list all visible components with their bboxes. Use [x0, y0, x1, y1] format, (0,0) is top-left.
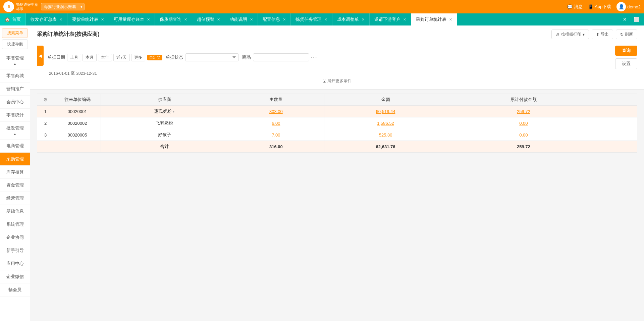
th-paid: 累计付款金额 [447, 94, 600, 106]
print-dropdown-icon[interactable]: ▾ [583, 32, 585, 37]
nav-bar-actions: ✕ ⬜ [621, 16, 644, 23]
row1-code: 00020001 [54, 106, 101, 117]
sidebar-item-enterprise-wx[interactable]: 企业微信 [0, 270, 30, 283]
tab-close-overstock[interactable]: ✕ [217, 17, 220, 22]
print-icon: 🖨 [556, 32, 560, 37]
tab-collect-send[interactable]: 收发存汇总表 ✕ [26, 13, 67, 25]
message-btn[interactable]: 💬 消息 [567, 4, 583, 10]
row1-seq: 1 [37, 106, 54, 117]
settings-btn[interactable]: 设置 [615, 58, 637, 69]
tab-close-shelf-life[interactable]: ✕ [184, 17, 187, 22]
sidebar-item-sys-mgmt[interactable]: 系统管理 [0, 218, 30, 231]
nav-close-all-btn[interactable]: ✕ [621, 16, 629, 23]
row1-paid[interactable]: 259.72 [447, 106, 600, 117]
th-supplier: 供应商 [101, 94, 228, 106]
tab-close-cost-adjust[interactable]: ✕ [362, 17, 365, 22]
row3-supplier: 好孩子 [101, 129, 228, 141]
sidebar-item-newbie[interactable]: 新手引导 [0, 244, 30, 257]
goods-label: 商品 [242, 54, 251, 60]
table-row: 2 00020002 飞鹤奶粉 6.00 1,586.52 0.00 [37, 117, 637, 129]
th-code: 往来单位编码 [54, 94, 101, 106]
refresh-btn[interactable]: ↻ 刷新 [616, 30, 637, 39]
export-btn[interactable]: ⬆ 导出 [592, 30, 613, 39]
workspace-selector-wrap[interactable]: 母婴行业演示账套 [41, 3, 85, 10]
sidebar-quick-nav-btn[interactable]: 快捷导航 [2, 39, 28, 49]
row1-qty[interactable]: 303.00 [228, 106, 324, 117]
row1-amount[interactable]: 60,519.44 [324, 106, 447, 117]
goods-input[interactable] [253, 53, 309, 61]
tab-config-info[interactable]: 配置信息 ✕ [258, 13, 291, 25]
status-select[interactable] [185, 53, 239, 61]
sidebar-item-operations[interactable]: 经营管理 [0, 192, 30, 205]
sidebar-item-basic-info[interactable]: 基础信息 [0, 205, 30, 218]
tab-function-desc[interactable]: 功能说明 ✕ [225, 13, 258, 25]
shortcut-this-month[interactable]: 本月 [83, 54, 97, 61]
tab-close-invite-downstream[interactable]: ✕ [403, 17, 406, 22]
tab-close-available-stock[interactable]: ✕ [147, 17, 150, 22]
arrow-icon: ▲ [13, 62, 17, 66]
tab-close-purchase-stats[interactable]: ✕ [449, 17, 452, 22]
expand-more-btn[interactable]: ⊻ 展开更多条件 [323, 78, 352, 84]
tab-invite-downstream[interactable]: 邀请下游客户 ✕ [370, 13, 411, 25]
user-profile-btn[interactable]: 👤 demo2 [616, 2, 641, 11]
sidebar-item-ecommerce[interactable]: 电商管理 [0, 140, 30, 153]
footer-extra [600, 141, 637, 153]
tab-overstock[interactable]: 超储预警 ✕ [192, 13, 225, 25]
footer-label: 合计 [101, 141, 228, 153]
tab-close-config-info[interactable]: ✕ [283, 17, 286, 22]
print-btn[interactable]: 🖨 按模板打印 ▾ [551, 30, 589, 39]
filter-actions: 查询 设置 [615, 46, 637, 69]
tab-close-function-desc[interactable]: ✕ [250, 17, 253, 22]
row2-qty[interactable]: 6.00 [228, 117, 324, 129]
table-area: ⚙ 往来单位编码 供应商 主数量 金额 [30, 90, 644, 321]
sidebar-item-vip[interactable]: 畅会员 [0, 283, 30, 297]
shortcut-7days[interactable]: 近7天 [113, 54, 130, 61]
sidebar-search-btn[interactable]: 搜索菜单 [2, 28, 28, 38]
sidebar-item-member[interactable]: 会员中心 [0, 96, 30, 109]
tab-cost-adjust[interactable]: 成本调整单 ✕ [332, 13, 370, 25]
expand-icon: ⊻ [323, 79, 326, 84]
tab-purchase-stats[interactable]: 采购订单统计表 ✕ [411, 13, 457, 25]
app-download-btn[interactable]: 📱 App下载 [588, 4, 611, 10]
query-btn[interactable]: 查询 [615, 46, 637, 56]
filter-row-1: 单据日期 上月 本月 本年 近7天 更多 自定义 单据状态 [48, 46, 637, 69]
row3-paid[interactable]: 0.00 [447, 129, 600, 141]
tab-close-pick-task[interactable]: ✕ [324, 17, 327, 22]
sidebar-item-app-center[interactable]: 应用中心 [0, 257, 30, 270]
tab-shelf-life[interactable]: 保质期查询 ✕ [155, 13, 192, 25]
sidebar-item-wholesale[interactable]: 批发管理 ▲ [0, 122, 30, 140]
row2-paid[interactable]: 0.00 [447, 117, 600, 129]
content-area: 采购订单统计表(按供应商) 🖨 按模板打印 ▾ ⬆ 导出 ↻ 刷新 [30, 25, 644, 321]
filter-toggle-btn[interactable]: ◀ [37, 46, 44, 66]
tab-close-order-stats[interactable]: ✕ [101, 17, 104, 22]
sidebar-item-finance[interactable]: 资金管理 [0, 179, 30, 192]
nav-restore-btn[interactable]: ⬜ [632, 16, 641, 23]
th-settings: ⚙ [37, 94, 54, 106]
row1-supplier: 惠氏奶粉 ▾ [101, 106, 228, 117]
table-settings-icon[interactable]: ⚙ [43, 97, 48, 102]
tab-pick-task[interactable]: 拣货任务管理 ✕ [291, 13, 332, 25]
workspace-selector[interactable]: 母婴行业演示账套 [41, 3, 85, 10]
th-qty: 主数量 [228, 94, 324, 106]
row3-seq: 3 [37, 129, 54, 141]
tab-available-stock[interactable]: 可用量库存账本 ✕ [109, 13, 155, 25]
tab-close-collect-send[interactable]: ✕ [59, 17, 62, 22]
tab-order-stats[interactable]: 要货单统计表 ✕ [67, 13, 109, 25]
shortcut-this-year[interactable]: 本年 [98, 54, 112, 61]
sidebar-item-inventory[interactable]: 库存核算 [0, 166, 30, 179]
shortcut-more[interactable]: 更多 [131, 54, 145, 61]
row3-qty[interactable]: 7.00 [228, 129, 324, 141]
goods-more-icon[interactable]: ··· [311, 54, 318, 61]
goods-input-wrap: ··· [253, 53, 318, 61]
tab-home[interactable]: 🏠 首页 [0, 13, 26, 25]
sidebar-item-marketing[interactable]: 营销推广 [0, 83, 30, 96]
sidebar-item-enterprise[interactable]: 企业协同 [0, 231, 30, 244]
page-title: 采购订单统计表(按供应商) [37, 31, 100, 38]
sidebar-item-purchase[interactable]: 采购管理 [0, 153, 30, 166]
row2-amount[interactable]: 1,586.52 [324, 117, 447, 129]
shortcut-last-month[interactable]: 上月 [67, 54, 81, 61]
sidebar-item-retail-stats[interactable]: 零售统计 [0, 109, 30, 122]
sidebar-item-retail-store[interactable]: 零售商城 [0, 69, 30, 83]
row3-amount[interactable]: 525.80 [324, 129, 447, 141]
sidebar-item-retail[interactable]: 零售管理 ▲ [0, 52, 30, 69]
